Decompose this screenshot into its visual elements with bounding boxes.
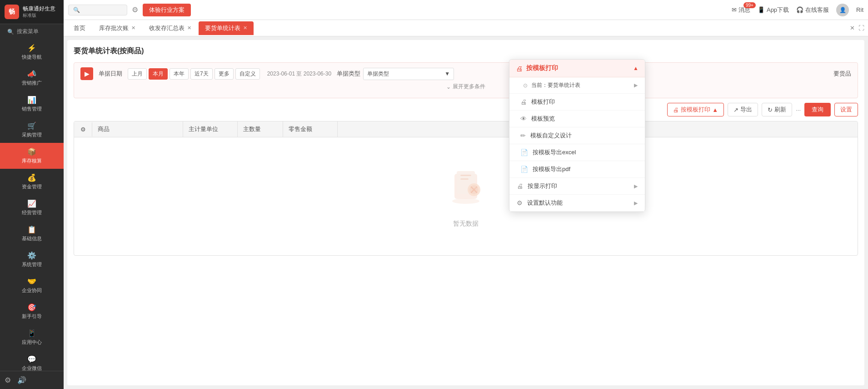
dropdown-section-display-print[interactable]: 🖨 按显示打印 ▶ bbox=[509, 178, 645, 195]
date-btn-last-month[interactable]: 上月 bbox=[128, 68, 147, 80]
sidebar-item-quick-nav[interactable]: ⚡ 快捷导航 bbox=[0, 39, 64, 65]
type-label: 单据类型 bbox=[337, 70, 360, 78]
dropdown-section-default-func[interactable]: ⚙ 设置默认功能 ▶ bbox=[509, 195, 645, 212]
tab-close-batch-account[interactable]: ✕ bbox=[131, 25, 135, 31]
inventory-icon: 📦 bbox=[27, 147, 36, 156]
sidebar-item-operations[interactable]: 📈 经营管理 bbox=[0, 195, 64, 221]
logo-icon: 畅 bbox=[5, 5, 19, 19]
trial-button[interactable]: 体验行业方案 bbox=[143, 4, 191, 16]
sidebar-item-sales[interactable]: 📊 销售管理 bbox=[0, 91, 64, 117]
filter-toggle-btn[interactable]: ▶ bbox=[80, 67, 93, 80]
message-icon: ✉ bbox=[732, 6, 737, 13]
sidebar-footer: ⚙ 🔊 bbox=[0, 371, 64, 389]
data-table: ⚙ 商品 主计量单位 主数量 零售金额 bbox=[74, 121, 858, 256]
sidebar-item-system[interactable]: ⚙️ 系统管理 bbox=[0, 247, 64, 273]
tab-close-receipt-summary[interactable]: ✕ bbox=[187, 25, 191, 31]
dropdown-item-template-preview[interactable]: 👁 模板预览 bbox=[509, 111, 645, 127]
export-excel-icon: 📄 bbox=[520, 149, 528, 156]
dropdown-item-export-excel[interactable]: 📄 按模板导出excel bbox=[509, 144, 645, 161]
date-btn-this-year[interactable]: 本年 bbox=[170, 68, 189, 80]
sidebar-item-basic-info[interactable]: 📋 基础信息 bbox=[0, 221, 64, 247]
dropdown-current-icon: ⊙ bbox=[523, 82, 528, 89]
sidebar: 畅 畅康通好生意 标准版 🔍 搜索菜单 ⚡ 快捷导航 📣 营销推广 📊 销售管理… bbox=[0, 0, 64, 389]
maximize-icon[interactable]: ⛶ bbox=[858, 25, 864, 31]
date-btn-more[interactable]: 更多 bbox=[215, 68, 234, 80]
svg-rect-4 bbox=[460, 178, 469, 180]
print-dropdown: 🖨 按模板打印 ▲ ⊙ 当前：要货单统计表 ▶ 🖨 模板打印 👁 模板预览 ✏ … bbox=[509, 59, 645, 212]
type-select[interactable]: 单据类型 ▼ bbox=[363, 68, 454, 80]
print-template-button[interactable]: 🖨 按模板打印 ▲ bbox=[667, 103, 724, 116]
dropdown-print-icon: 🖨 bbox=[516, 65, 523, 72]
page-content: 要货单统计表(按商品) ▶ 单据日期 上月 本月 本年 近7天 更多 自定义 2… bbox=[64, 36, 868, 389]
dropdown-current: ⊙ 当前：要货单统计表 ▶ bbox=[509, 77, 645, 94]
footer-sound-icon[interactable]: 🔊 bbox=[17, 376, 26, 384]
page-title: 要货单统计表(按商品) bbox=[74, 46, 858, 56]
page-inner: 要货单统计表(按商品) ▶ 单据日期 上月 本月 本年 近7天 更多 自定义 2… bbox=[67, 40, 864, 385]
footer-settings-icon[interactable]: ⚙ bbox=[5, 376, 11, 384]
beginner-icon: 🎯 bbox=[27, 303, 36, 312]
dropdown-header[interactable]: 🖨 按模板打印 ▲ bbox=[509, 60, 645, 77]
tab-batch-account[interactable]: 库存批次账 ✕ bbox=[93, 21, 142, 35]
sidebar-item-collab[interactable]: 🤝 企业协同 bbox=[0, 273, 64, 298]
date-buttons: 上月 本月 本年 近7天 更多 自定义 bbox=[128, 68, 260, 80]
logo-text: 畅康通好生意 标准版 bbox=[23, 5, 55, 19]
expand-more-btn[interactable]: ⌄ 展开更多条件 bbox=[80, 80, 851, 93]
sidebar-item-finance[interactable]: 💰 资金管理 bbox=[0, 169, 64, 195]
dropdown-chevron-icon: ▲ bbox=[633, 65, 639, 71]
toolbar: 🖨 按模板打印 ▲ ↗ 导出 ↻ 刷新 ··· 查询 设置 bbox=[74, 103, 858, 116]
topbar-gear-icon[interactable]: ⚙ bbox=[132, 5, 138, 14]
export-pdf-icon: 📄 bbox=[520, 166, 528, 173]
date-btn-7days[interactable]: 近7天 bbox=[190, 68, 213, 80]
tab-order-stats[interactable]: 要货单统计表 ✕ bbox=[199, 21, 254, 35]
sidebar-item-marketing[interactable]: 📣 营销推广 bbox=[0, 65, 64, 91]
chevron-up-icon: ▲ bbox=[712, 106, 718, 113]
svg-rect-3 bbox=[460, 175, 471, 176]
query-button[interactable]: 查询 bbox=[804, 103, 831, 116]
tabs-bar: 首页 库存批次账 ✕ 收发存汇总表 ✕ 要货单统计表 ✕ ✕ ⛶ bbox=[64, 20, 868, 36]
sidebar-item-purchase[interactable]: 🛒 采购管理 bbox=[0, 117, 64, 143]
sales-icon: 📊 bbox=[27, 96, 36, 104]
sidebar-item-beginner[interactable]: 🎯 新手引导 bbox=[0, 298, 64, 324]
messages-button[interactable]: ✉ 消息 99+ bbox=[732, 6, 750, 14]
system-icon: ⚙️ bbox=[27, 251, 36, 260]
tab-close-order-stats[interactable]: ✕ bbox=[243, 25, 247, 31]
close-all-icon[interactable]: ✕ bbox=[850, 25, 855, 31]
export-button[interactable]: ↗ 导出 bbox=[728, 103, 758, 116]
topbar-search[interactable]: 🔍 bbox=[68, 5, 127, 15]
th-amount: 零售金额 bbox=[283, 121, 338, 137]
tab-receipt-summary[interactable]: 收发存汇总表 ✕ bbox=[143, 21, 198, 35]
dropdown-item-template-design[interactable]: ✏ 模板自定义设计 bbox=[509, 127, 645, 144]
template-print-icon: 🖨 bbox=[520, 98, 527, 106]
sidebar-item-app-center[interactable]: 📱 应用中心 bbox=[0, 324, 64, 350]
export-icon: ↗ bbox=[733, 106, 738, 113]
username: Rit bbox=[856, 6, 863, 13]
sidebar-item-inventory[interactable]: 📦 库存核算 bbox=[0, 143, 64, 169]
dropdown-item-template-print[interactable]: 🖨 模板打印 bbox=[509, 94, 645, 111]
more-options-icon[interactable]: ··· bbox=[796, 106, 801, 113]
online-service-button[interactable]: 🎧 在线客服 bbox=[796, 6, 829, 14]
date-label: 单据日期 bbox=[99, 70, 122, 78]
date-btn-custom[interactable]: 自定义 bbox=[235, 68, 260, 80]
refresh-icon: ↻ bbox=[768, 106, 773, 113]
sidebar-search-label: 搜索菜单 bbox=[17, 28, 39, 35]
dropdown-item-export-pdf[interactable]: 📄 按模板导出pdf bbox=[509, 161, 645, 178]
dropdown-current-arrow: ▶ bbox=[634, 82, 638, 88]
expand-icon: ⌄ bbox=[446, 84, 451, 90]
sidebar-search[interactable]: 🔍 搜索菜单 bbox=[0, 24, 64, 39]
avatar[interactable]: 👤 bbox=[836, 4, 849, 16]
date-btn-this-month[interactable]: 本月 bbox=[149, 68, 168, 80]
quick-nav-icon: ⚡ bbox=[27, 44, 36, 52]
basic-info-icon: 📋 bbox=[27, 225, 36, 234]
app-download-button[interactable]: 📱 App下载 bbox=[758, 6, 789, 14]
toolbar-right: 🖨 按模板打印 ▲ ↗ 导出 ↻ 刷新 ··· 查询 设置 bbox=[667, 103, 858, 116]
th-check: ⚙ bbox=[74, 122, 92, 136]
topbar-search-icon: 🔍 bbox=[73, 7, 80, 13]
svg-point-9 bbox=[475, 187, 477, 189]
table-header: ⚙ 商品 主计量单位 主数量 零售金额 bbox=[74, 121, 858, 137]
settings-button[interactable]: 设置 bbox=[834, 103, 858, 116]
refresh-button[interactable]: ↻ 刷新 bbox=[762, 103, 792, 116]
operations-icon: 📈 bbox=[27, 199, 36, 208]
tab-home[interactable]: 首页 bbox=[67, 21, 92, 35]
filter-bar: ▶ 单据日期 上月 本月 本年 近7天 更多 自定义 2023-06-01 至 … bbox=[74, 62, 858, 98]
sidebar-item-wechat[interactable]: 💬 企业微信 bbox=[0, 350, 64, 371]
